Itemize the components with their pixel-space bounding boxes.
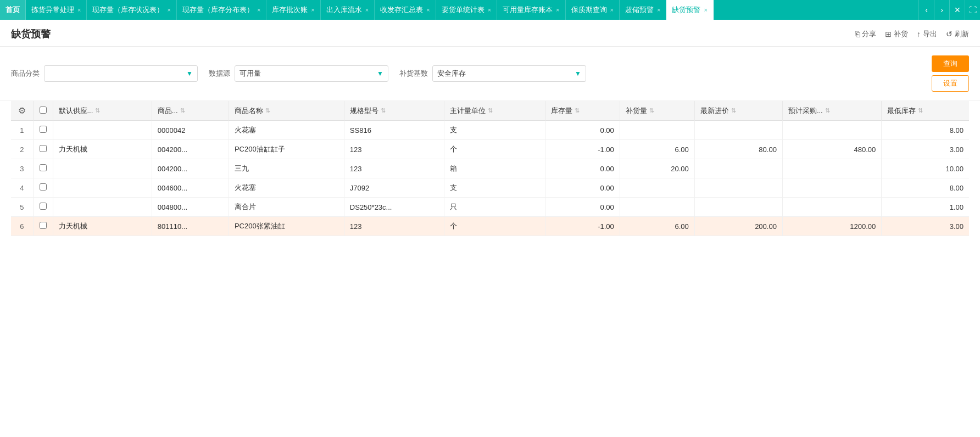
nav-next-button[interactable]: › (934, 0, 949, 20)
cell-checkbox[interactable] (33, 178, 53, 198)
sort-icon-est-purchase[interactable]: ⇅ (825, 107, 830, 114)
nav-tab-expiry-query[interactable]: 保质期查询 × (566, 0, 620, 20)
th-unit-label: 主计量单位 (450, 106, 486, 116)
gear-settings-icon[interactable]: ⚙ (18, 105, 26, 116)
share-button[interactable]: ⎗ 分享 (855, 29, 876, 39)
refresh-button[interactable]: ↺ 刷新 (946, 29, 969, 39)
table-header-row: ⚙ 默认供应... ⇅ (11, 101, 969, 121)
sort-icon-replenish-qty[interactable]: ⇅ (649, 107, 654, 114)
nav-tab-inventory-status[interactable]: 现存量（库存状况表） × (87, 0, 176, 20)
close-tab-order-stats[interactable]: × (488, 7, 491, 13)
table-row: 1 0000042 火花塞 SS816 支 0.00 8.00 (11, 121, 969, 140)
nav-close-button[interactable]: ✕ (949, 0, 965, 20)
th-goods-code: 商品... ⇅ (152, 101, 229, 121)
row-checkbox[interactable] (40, 145, 47, 152)
sort-icon-stock-qty[interactable]: ⇅ (575, 107, 580, 114)
datasource-select[interactable]: 可用量 ▼ (235, 65, 388, 82)
cell-latest-price (694, 198, 782, 217)
filter-actions: 查询 设置 (932, 55, 969, 92)
cell-min-stock: 10.00 (882, 159, 969, 178)
cell-spec: 123 (344, 159, 444, 178)
cell-goods-code: 0000042 (152, 121, 229, 140)
sort-icon-default-supplier[interactable]: ⇅ (95, 107, 100, 114)
export-button[interactable]: ↑ 导出 (917, 29, 937, 39)
cell-checkbox[interactable] (33, 140, 53, 159)
share-icon: ⎗ (855, 30, 860, 38)
nav-tab-inout-flow[interactable]: 出入库流水 × (321, 0, 375, 20)
cell-latest-price: 200.00 (694, 217, 782, 236)
th-spec-label: 规格型号 (350, 106, 378, 116)
nav-tab-defect-handling[interactable]: 拣货异常处理 × (26, 0, 87, 20)
cell-goods-code: 004200... (152, 159, 229, 178)
cell-stock-qty: 0.00 (545, 178, 620, 198)
cell-unit: 支 (444, 121, 545, 140)
row-checkbox[interactable] (40, 203, 47, 210)
sort-icon-unit[interactable]: ⇅ (488, 107, 493, 114)
nav-tab-batch-account[interactable]: 库存批次账 × (266, 0, 320, 20)
main-content: 缺货预警 ⎗ 分享 ⊞ 补货 ↑ 导出 ↺ 刷新 商品分类 (0, 20, 980, 437)
cell-unit: 支 (444, 178, 545, 198)
close-tab-available-ledger[interactable]: × (556, 7, 559, 13)
close-tab-inventory-status[interactable]: × (167, 7, 170, 13)
sort-icon-goods-code[interactable]: ⇅ (180, 107, 185, 114)
cell-spec: 123 (344, 140, 444, 159)
close-tab-defect-handling[interactable]: × (77, 7, 81, 13)
cell-spec: 123 (344, 217, 444, 236)
cell-default-supplier (53, 198, 152, 217)
export-icon: ↑ (917, 30, 921, 38)
sort-icon-goods-name[interactable]: ⇅ (265, 107, 270, 114)
sort-icon-min-stock[interactable]: ⇅ (918, 107, 923, 114)
nav-tab-order-stats[interactable]: 要货单统计表 × (436, 0, 497, 20)
cell-goods-name: 三九 (229, 159, 344, 178)
cell-spec: J7092 (344, 178, 444, 198)
cell-checkbox[interactable] (33, 198, 53, 217)
nav-controls: ‹ › ✕ ⛶ (918, 0, 980, 20)
cell-checkbox[interactable] (33, 217, 53, 236)
replenish-base-label: 补货基数 (399, 69, 428, 79)
close-tab-shortage-warning[interactable]: × (704, 7, 707, 13)
select-all-checkbox[interactable] (40, 107, 47, 114)
cell-goods-code: 004200... (152, 140, 229, 159)
cell-default-supplier (53, 159, 152, 178)
th-gear: ⚙ (11, 101, 33, 121)
query-button[interactable]: 查询 (932, 55, 969, 72)
cell-default-supplier (53, 178, 152, 198)
cell-default-supplier: 力天机械 (53, 217, 152, 236)
row-checkbox[interactable] (40, 183, 47, 191)
row-checkbox[interactable] (40, 164, 47, 171)
cell-checkbox[interactable] (33, 159, 53, 178)
close-tab-inventory-dist[interactable]: × (257, 7, 260, 13)
row-checkbox[interactable] (40, 126, 47, 133)
cell-spec: SS816 (344, 121, 444, 140)
cell-min-stock: 1.00 (882, 198, 969, 217)
cell-stock-qty: 0.00 (545, 121, 620, 140)
close-tab-expiry-query[interactable]: × (610, 7, 614, 13)
replenish-base-select[interactable]: 安全库存 ▼ (432, 65, 586, 82)
settings-button[interactable]: 设置 (932, 75, 969, 92)
nav-fullscreen-button[interactable]: ⛶ (965, 0, 980, 20)
nav-tab-recv-summary[interactable]: 收发存汇总表 × (375, 0, 436, 20)
cell-min-stock: 3.00 (882, 217, 969, 236)
th-default-supplier-label: 默认供应... (59, 106, 93, 116)
nav-tab-home[interactable]: 首页 (0, 0, 26, 20)
th-stock-qty: 库存量 ⇅ (545, 101, 620, 121)
nav-tab-shortage-warning[interactable]: 缺货预警 × (666, 0, 713, 20)
close-tab-recv-summary[interactable]: × (426, 7, 430, 13)
nav-prev-button[interactable]: ‹ (918, 0, 934, 20)
category-select[interactable]: ▼ (44, 65, 198, 82)
datasource-value: 可用量 (240, 69, 261, 79)
nav-tab-overstock-warning[interactable]: 超储预警 × (620, 0, 666, 20)
filter-row: 商品分类 ▼ 数据源 可用量 ▼ 补货基数 安全库存 ▼ 查询 设置 (0, 47, 980, 101)
row-checkbox[interactable] (40, 222, 47, 229)
replenish-button[interactable]: ⊞ 补货 (885, 29, 908, 39)
cell-goods-name: 离合片 (229, 198, 344, 217)
cell-checkbox[interactable] (33, 121, 53, 140)
sort-icon-latest-price[interactable]: ⇅ (731, 107, 736, 114)
close-tab-overstock-warning[interactable]: × (657, 7, 660, 13)
cell-min-stock: 8.00 (882, 178, 969, 198)
close-tab-inout-flow[interactable]: × (365, 7, 369, 13)
nav-tab-available-ledger[interactable]: 可用量库存账本 × (497, 0, 565, 20)
sort-icon-spec[interactable]: ⇅ (381, 107, 386, 114)
nav-tab-inventory-dist[interactable]: 现存量（库存分布表） × (177, 0, 266, 20)
close-tab-batch-account[interactable]: × (311, 7, 314, 13)
